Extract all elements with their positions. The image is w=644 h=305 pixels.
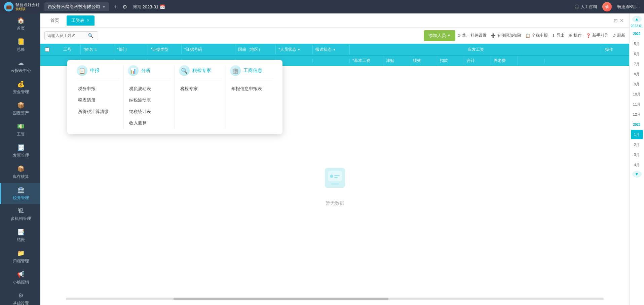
add-company-icon[interactable]: ＋ — [113, 3, 118, 10]
category-icon-2: 🔍 — [179, 65, 190, 76]
tab-salary-close[interactable]: ✕ — [86, 18, 90, 23]
user-name[interactable]: 畅捷通B组… — [617, 4, 640, 10]
sidebar-icon: 🧾 — [17, 144, 25, 151]
cal-2022-11[interactable]: 11月 — [631, 100, 643, 109]
cal-2023-01[interactable]: 1月 — [631, 130, 643, 139]
sidebar-label: 多机构管理 — [11, 216, 31, 222]
filter-report-icon[interactable]: ▼ — [333, 48, 336, 51]
menu-item-0-1[interactable]: 税表清册 — [77, 94, 119, 106]
sidebar: 🏠 首页 📒 总账 ☁ 云报表中心 💰 资金管理 📦 固定资产 💵 工资 🧾 发… — [0, 13, 40, 305]
sidebar-icon: 🏦 — [17, 186, 25, 194]
toolbar-action-6[interactable]: ↺ 刷新 — [612, 33, 625, 38]
menu-item-1-3[interactable]: 收入测算 — [128, 117, 171, 129]
sidebar-label: 资金管理 — [13, 89, 29, 95]
sidebar-icon: 📑 — [17, 228, 25, 236]
th-checkbox[interactable] — [40, 47, 54, 52]
sort-name-icon[interactable]: ⇅ — [94, 48, 97, 51]
select-all-checkbox[interactable] — [45, 47, 49, 52]
search-input[interactable] — [47, 33, 88, 38]
menu-item-3-0[interactable]: 年报信息申报表 — [230, 83, 273, 94]
th2-pension: 养老费 — [491, 56, 518, 66]
sidebar-item-库存核算[interactable]: 📦 库存核算 — [0, 162, 40, 183]
toolbar-action-icon-1: ➕ — [491, 33, 496, 38]
toolbar-action-label-0: 统一社保设置 — [462, 33, 487, 38]
user-avatar: 畅 — [602, 2, 612, 11]
toolbar-action-2[interactable]: 📋 个税申报 — [525, 33, 548, 38]
dropdown-menu: 📋 申报 税务申报税表清册所得税汇算清缴 📊 分析 税负波动表纳税波动表纳税统计… — [67, 60, 282, 134]
menu-item-1-2[interactable]: 纳税统计表 — [128, 106, 171, 117]
category-title-2: 税检专家 — [192, 68, 211, 74]
sidebar-item-多机构管理[interactable]: 🏗 多机构管理 — [0, 204, 40, 225]
toolbar-action-label-4: 操作 — [574, 33, 582, 38]
toolbar-action-3[interactable]: ⬇ 导出 — [552, 33, 565, 38]
menu-item-2-0[interactable]: 税检专家 — [179, 83, 222, 94]
tab-home-label: 首页 — [50, 17, 59, 24]
th-nation: 国籍（地区） — [235, 45, 276, 54]
sidebar-icon: 💵 — [17, 123, 25, 130]
th-dept: *部门 — [114, 45, 148, 54]
sidebar-item-云报表中心[interactable]: ☁ 云报表中心 — [0, 56, 40, 77]
sidebar-item-基础设置[interactable]: ⚙ 基础设置 — [0, 289, 40, 305]
sidebar-label: 发票管理 — [13, 153, 29, 158]
toolbar-action-4[interactable]: ⚙ 操作 — [569, 33, 582, 38]
cal-2022-10[interactable]: 10月 — [631, 89, 643, 99]
close-button[interactable]: ✕ — [620, 18, 624, 23]
tab-home[interactable]: 首页 — [46, 15, 64, 26]
category-header-3: 🏢 工商信息 — [230, 65, 273, 79]
restore-button[interactable]: ⊡ — [614, 18, 618, 23]
sidebar-item-归档管理[interactable]: 📁 归档管理 — [0, 246, 40, 267]
menu-item-0-2[interactable]: 所得税汇算清缴 — [77, 106, 119, 117]
settings-icon[interactable]: ⚙ — [122, 4, 127, 10]
sidebar-item-税务管理[interactable]: 🏦 税务管理 — [0, 183, 40, 204]
toolbar-action-icon-4: ⚙ — [569, 33, 572, 38]
cal-2022-08[interactable]: 8月 — [631, 69, 643, 79]
toolbar-action-label-5: 新手引导 — [592, 33, 608, 38]
sidebar-icon: 📦 — [17, 102, 25, 109]
cal-2023-04[interactable]: 4月 — [631, 160, 643, 169]
filter-status-icon[interactable]: ▼ — [297, 48, 301, 51]
menu-item-0-0[interactable]: 税务申报 — [77, 83, 119, 94]
sidebar-label: 首页 — [17, 26, 25, 31]
cal-2023-03[interactable]: 3月 — [631, 150, 643, 159]
cal-2022-06[interactable]: 6月 — [631, 49, 643, 59]
service-label: 人工咨询 — [581, 4, 597, 10]
toolbar-action-5[interactable]: ❓ 新手引导 — [586, 33, 608, 38]
category-icon-3: 🏢 — [230, 65, 241, 76]
sidebar-item-资金管理[interactable]: 💰 资金管理 — [0, 77, 40, 98]
right-sidebar-calendar: ▲ 2023.01 2022 5月 6月 7月 8月 9月 10月 11月 12… — [629, 13, 644, 305]
sidebar-item-小畅报销[interactable]: 📢 小畅报销 — [0, 267, 40, 289]
toolbar-action-0[interactable]: ⚙ 统一社保设置 — [457, 33, 487, 38]
menu-item-1-0[interactable]: 税负波动表 — [128, 83, 171, 94]
company-selector[interactable]: 西安虾米网络科技有限公司 ▼ — [44, 2, 109, 11]
sidebar-item-固定资产[interactable]: 📦 固定资产 — [0, 98, 40, 119]
cal-2022-07[interactable]: 7月 — [631, 59, 643, 69]
period-value: 2023-01 — [143, 4, 159, 9]
company-dropdown-icon: ▼ — [102, 5, 106, 9]
search-icon[interactable]: 🔍 — [88, 33, 93, 38]
cal-nav-up[interactable]: ▲ — [632, 16, 642, 23]
add-person-button[interactable]: 添加人员 ▼ — [424, 30, 455, 41]
sidebar-icon: 🏠 — [17, 17, 25, 24]
cal-2022-12[interactable]: 12月 — [631, 110, 643, 119]
sidebar-item-工资[interactable]: 💵 工资 — [0, 119, 40, 141]
calendar-icon[interactable]: 📅 — [160, 4, 165, 9]
app-name: 畅捷通好会计 — [15, 2, 40, 7]
category-header-2: 🔍 税检专家 — [179, 65, 222, 79]
sidebar-item-总账[interactable]: 📒 总账 — [0, 35, 40, 56]
menu-item-1-1[interactable]: 纳税波动表 — [128, 94, 171, 106]
cal-nav-down[interactable]: ▼ — [632, 171, 642, 178]
cal-2022-09[interactable]: 9月 — [631, 79, 643, 89]
toolbar-action-1[interactable]: ➕ 专项附加扣除 — [491, 33, 521, 38]
tab-salary[interactable]: 工资表 ✕ — [67, 15, 94, 26]
service-button[interactable]: 🎧 人工咨询 — [574, 4, 597, 10]
toolbar-action-label-3: 导出 — [557, 33, 565, 38]
sidebar-item-首页[interactable]: 🏠 首页 — [0, 13, 40, 35]
sidebar-item-结账[interactable]: 📑 结账 — [0, 225, 40, 246]
th-id: 工号 — [54, 45, 81, 54]
top-bar: 💼 畅捷通好会计 旗舰版 西安虾米网络科技有限公司 ▼ ＋ ⚙ 账期 2023-… — [0, 0, 644, 13]
sidebar-item-发票管理[interactable]: 🧾 发票管理 — [0, 141, 40, 162]
cal-2023-02[interactable]: 2月 — [631, 140, 643, 149]
tab-salary-label: 工资表 — [71, 17, 84, 24]
scroll-bar[interactable] — [66, 298, 604, 300]
cal-2022-05[interactable]: 5月 — [631, 39, 643, 48]
